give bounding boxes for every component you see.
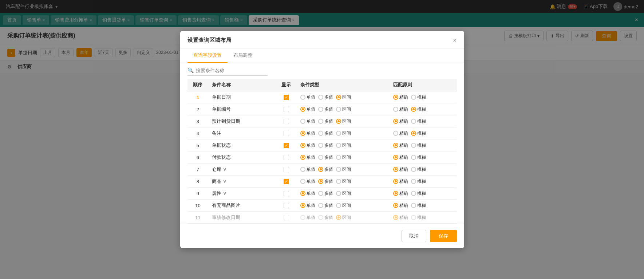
dialog-tab-layout[interactable]: 布局调整 bbox=[228, 48, 258, 63]
dialog-tabs: 查询字段设置 布局调整 bbox=[180, 48, 464, 63]
settings-dialog: 设置查询区域布局 × 查询字段设置 布局调整 🔍 顺序 条件名称 bbox=[180, 31, 464, 73]
dialog-close-button[interactable]: × bbox=[453, 37, 457, 44]
dialog-overlay: 设置查询区域布局 × 查询字段设置 布局调整 🔍 顺序 条件名称 bbox=[0, 0, 644, 73]
dialog-header: 设置查询区域布局 × bbox=[180, 31, 464, 48]
search-icon: 🔍 bbox=[187, 67, 194, 73]
dialog-tab-query-fields[interactable]: 查询字段设置 bbox=[187, 48, 228, 63]
search-box: 🔍 bbox=[187, 67, 268, 73]
dialog-title: 设置查询区域布局 bbox=[187, 37, 231, 44]
search-input[interactable] bbox=[196, 68, 261, 73]
